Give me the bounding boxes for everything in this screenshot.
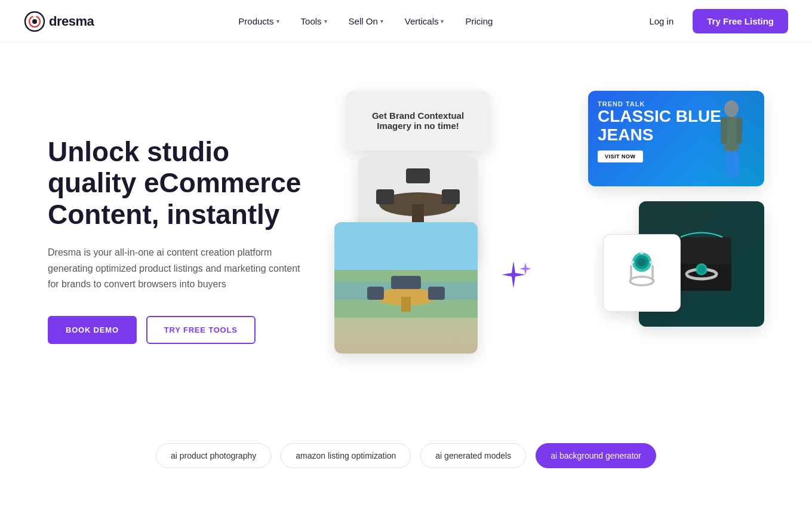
svg-rect-23 bbox=[404, 276, 421, 289]
chevron-down-icon: ▾ bbox=[276, 18, 279, 24]
svg-rect-12 bbox=[376, 189, 394, 204]
book-demo-button[interactable]: BOOK DEMO bbox=[48, 316, 137, 344]
trend-visit-btn[interactable]: VISIT NOW bbox=[598, 150, 643, 162]
nav-item-pricing[interactable]: Pricing bbox=[456, 11, 502, 31]
brand-card-text: Get Brand Contextual Imagery in no time! bbox=[356, 110, 480, 131]
login-button[interactable]: Log in bbox=[637, 10, 685, 32]
hero-collage: Get Brand Contextual Imagery in no time!… bbox=[334, 91, 764, 389]
outdoor-card bbox=[334, 222, 478, 354]
svg-rect-30 bbox=[630, 265, 632, 281]
nav-links: Products ▾ Tools ▾ Sell On ▾ Verticals ▾… bbox=[229, 11, 502, 31]
svg-rect-3 bbox=[33, 14, 36, 17]
trend-banner: TREND TALK CLASSIC BLUE JEANS VISIT NOW bbox=[588, 91, 764, 186]
svg-point-36 bbox=[650, 260, 653, 263]
svg-point-28 bbox=[697, 265, 706, 274]
brand-card: Get Brand Contextual Imagery in no time! bbox=[346, 91, 490, 150]
try-free-tools-button[interactable]: TRY FREE TOOLS bbox=[146, 316, 256, 344]
svg-rect-13 bbox=[442, 189, 460, 204]
tag-amazon-listing-optimization[interactable]: amazon listing optimization bbox=[281, 443, 411, 468]
trend-main-text: CLASSIC BLUE JEANS bbox=[598, 107, 755, 145]
nav-item-tools[interactable]: Tools ▾ bbox=[291, 11, 337, 31]
logo-text: dresma bbox=[49, 14, 94, 29]
svg-point-37 bbox=[640, 251, 643, 254]
svg-rect-31 bbox=[651, 265, 654, 281]
hero-section: Unlock studio quality eCommerce Content,… bbox=[0, 43, 812, 425]
chevron-down-icon: ▾ bbox=[324, 18, 327, 24]
svg-rect-20 bbox=[367, 287, 384, 300]
svg-rect-14 bbox=[406, 168, 430, 183]
nav-item-products[interactable]: Products ▾ bbox=[229, 11, 288, 31]
sparkle-decoration bbox=[496, 258, 531, 298]
trend-small-text: TREND TALK bbox=[598, 100, 755, 107]
ring-svg bbox=[615, 246, 669, 300]
svg-rect-25 bbox=[672, 237, 731, 264]
svg-point-35 bbox=[630, 260, 633, 263]
tags-section: ai product photography amazon listing op… bbox=[0, 425, 812, 504]
navbar: dresma Products ▾ Tools ▾ Sell On ▾ Vert… bbox=[0, 0, 812, 43]
tag-ai-product-photography[interactable]: ai product photography bbox=[156, 443, 271, 468]
svg-rect-21 bbox=[428, 287, 445, 300]
chevron-down-icon: ▾ bbox=[441, 18, 444, 24]
nav-item-verticals[interactable]: Verticals ▾ bbox=[395, 11, 454, 31]
outdoor-svg bbox=[334, 222, 478, 318]
logo-icon bbox=[24, 11, 45, 32]
hero-left: Unlock studio quality eCommerce Content,… bbox=[48, 136, 334, 345]
tag-ai-generated-models[interactable]: ai generated models bbox=[420, 443, 526, 468]
tag-ai-background-generator[interactable]: ai background generator bbox=[536, 443, 656, 468]
hero-title: Unlock studio quality eCommerce Content,… bbox=[48, 136, 310, 231]
try-free-listing-button[interactable]: Try Free Listing bbox=[693, 9, 788, 33]
nav-item-sell-on[interactable]: Sell On ▾ bbox=[339, 11, 393, 31]
svg-point-2 bbox=[32, 19, 37, 24]
logo-link[interactable]: dresma bbox=[24, 11, 94, 32]
hero-subtitle: Dresma is your all-in-one ai content cre… bbox=[48, 245, 310, 292]
svg-point-29 bbox=[630, 277, 654, 285]
svg-rect-19 bbox=[401, 297, 411, 312]
jewelry-white-card bbox=[603, 234, 681, 312]
nav-right: Log in Try Free Listing bbox=[637, 9, 788, 33]
svg-point-34 bbox=[638, 258, 646, 266]
chevron-down-icon: ▾ bbox=[380, 18, 383, 24]
svg-rect-15 bbox=[334, 222, 478, 270]
hero-buttons: BOOK DEMO TRY FREE TOOLS bbox=[48, 316, 310, 344]
